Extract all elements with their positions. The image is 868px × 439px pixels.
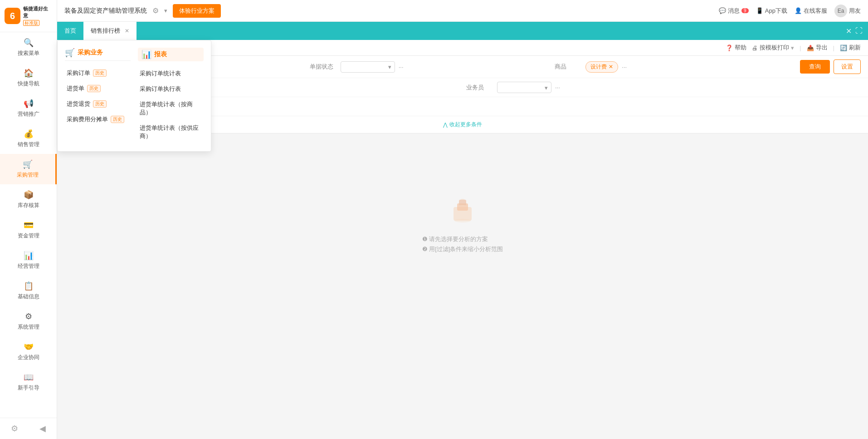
doc-status-select[interactable] xyxy=(341,61,395,73)
dropdown-item-purchase-order-exec[interactable]: 采购订单执行表 xyxy=(138,81,204,97)
tab-home[interactable]: 首页 xyxy=(57,22,83,40)
sidebar-item-search[interactable]: 🔍 搜索菜单 xyxy=(0,32,57,63)
sidebar-item-purchase[interactable]: 🛒 采购管理 xyxy=(0,154,57,184)
dropdown-item-stock-in-stats-supplier[interactable]: 进货单统计表（按供应商） xyxy=(138,120,204,144)
help-button[interactable]: ❓ 帮助 xyxy=(726,44,746,52)
salesman-select[interactable] xyxy=(497,82,551,93)
dropdown-item-purchase-order-stats[interactable]: 采购订单统计表 xyxy=(138,66,204,81)
salesman-ellipsis[interactable]: ··· xyxy=(555,84,560,91)
system-settings-icon[interactable]: ⚙ xyxy=(152,6,159,15)
system-title: 装备及固定资产辅助管理系统 xyxy=(64,7,147,15)
export-icon: 📤 xyxy=(807,44,814,51)
goods-label: 商品 xyxy=(555,63,582,71)
marketing-icon: 📢 xyxy=(24,99,34,109)
sidebar-item-system[interactable]: ⚙ 系统管理 xyxy=(0,306,57,336)
inventory-icon: 📦 xyxy=(24,190,34,200)
message-icon: 💬 xyxy=(719,7,726,14)
user-menu[interactable]: Ea 用友 xyxy=(834,5,861,17)
settings-button[interactable]: 设置 xyxy=(834,59,861,74)
sidebar-item-guide[interactable]: 📖 新手引导 xyxy=(0,367,57,397)
report-col: 📊 报表 采购订单统计表 采购订单执行表 进货单统计表（按商品） 进货单统计表（… xyxy=(138,48,204,144)
purchase-col-header: 🛒 采购业务 xyxy=(65,48,131,61)
doc-status-label: 单据状态 xyxy=(310,63,337,71)
header-left: 装备及固定资产辅助管理系统 ⚙ ▾ 体验行业方案 xyxy=(64,4,221,18)
tabbar-actions: ✕ ⛶ xyxy=(846,27,868,35)
service-icon: 👤 xyxy=(795,7,802,14)
online-service-button[interactable]: 👤 在线客服 xyxy=(795,7,827,15)
hist-badge-1: 历史 xyxy=(93,69,107,77)
doc-status-select-wrap[interactable] xyxy=(341,61,395,73)
empty-state: ❶ 请先选择要分析的方案 ❷ 用[过滤]条件来缩小分析范围 xyxy=(57,133,868,315)
messages-button[interactable]: 💬 消息 9 xyxy=(719,7,749,15)
enterprise-icon: 🤝 xyxy=(24,342,34,352)
filter-actions: 查询 设置 xyxy=(800,59,861,74)
tab-close-icon[interactable]: ✕ xyxy=(125,28,129,34)
print-dropdown-icon[interactable]: ▾ xyxy=(791,44,794,51)
sidebar-item-inventory[interactable]: 📦 库存核算 xyxy=(0,184,57,215)
help-icon: ❓ xyxy=(726,44,733,51)
purchase-col: 🛒 采购业务 采购订单 历史 进货单 历史 进货退货 历史 采购费用分摊单 历史 xyxy=(65,48,131,144)
refresh-button[interactable]: 🔄 刷新 xyxy=(840,44,861,52)
sidebar-item-enterprise[interactable]: 🤝 企业协同 xyxy=(0,336,57,367)
empty-tips: ❶ 请先选择要分析的方案 ❷ 用[过滤]条件来缩小分析范围 xyxy=(422,235,503,255)
tab-close-all-icon[interactable]: ✕ xyxy=(846,27,852,35)
messages-badge: 9 xyxy=(741,8,749,13)
sidebar-collapse-btn[interactable]: ◀ xyxy=(39,424,46,434)
logo-icon: 6 xyxy=(5,8,20,24)
hist-badge-2: 历史 xyxy=(87,85,101,92)
empty-illustration xyxy=(444,193,481,230)
svg-rect-3 xyxy=(459,200,466,205)
report-col-icon: 📊 xyxy=(141,49,151,59)
export-button[interactable]: 📤 导出 xyxy=(807,44,828,52)
sidebar-bottom: ⚙ ◀ xyxy=(0,418,57,439)
operations-icon: 📊 xyxy=(24,251,34,261)
app-download-icon: 📱 xyxy=(756,7,763,14)
tab-fullscreen-icon[interactable]: ⛶ xyxy=(855,27,863,35)
system-icon: ⚙ xyxy=(25,311,32,321)
hist-badge-3: 历史 xyxy=(93,100,107,108)
goods-chip-close-icon[interactable]: ✕ xyxy=(609,64,613,70)
collapse-filter-button[interactable]: ⋀ 收起更多条件 xyxy=(438,119,488,130)
header: 装备及固定资产辅助管理系统 ⚙ ▾ 体验行业方案 💬 消息 9 📱 App下载 … xyxy=(57,0,868,22)
sidebar-item-finance[interactable]: 💳 资金管理 xyxy=(0,215,57,245)
dropdown-arrow-icon[interactable]: ▾ xyxy=(164,7,167,14)
industry-button[interactable]: 体验行业方案 xyxy=(173,4,221,18)
doc-status-ellipsis[interactable]: ··· xyxy=(399,64,404,70)
sidebar-item-operations[interactable]: 📊 经营管理 xyxy=(0,245,57,276)
app-download-button[interactable]: 📱 App下载 xyxy=(756,7,787,15)
sidebar-settings-btn[interactable]: ⚙ xyxy=(11,424,18,434)
sidebar-item-marketing[interactable]: 📢 营销推广 xyxy=(0,93,57,123)
purchase-icon: 🛒 xyxy=(23,159,33,169)
print-icon: 🖨 xyxy=(752,44,758,51)
finance-icon: 💳 xyxy=(24,220,34,230)
sidebar-logo: 6 畅捷通好生意 标准版 xyxy=(0,0,57,32)
print-button[interactable]: 🖨 按模板打印 ▾ xyxy=(752,44,794,52)
home-icon: 🏠 xyxy=(24,68,34,78)
collapse-icon: ⋀ xyxy=(443,122,448,128)
dropdown-item-purchase-expense[interactable]: 采购费用分摊单 历史 xyxy=(65,112,131,127)
logo-text: 畅捷通好生意 标准版 xyxy=(23,5,52,26)
goods-chip[interactable]: 设计费 ✕ xyxy=(585,61,618,73)
sidebar-item-quick-nav[interactable]: 🏠 快捷导航 xyxy=(0,63,57,93)
hist-badge-4: 历史 xyxy=(111,116,124,123)
dropdown-item-stock-in[interactable]: 进货单 历史 xyxy=(65,81,131,96)
sidebar-item-sales[interactable]: 💰 销售管理 xyxy=(0,123,57,154)
salesman-label: 业务员 xyxy=(466,84,493,92)
search-icon: 🔍 xyxy=(24,38,34,48)
dropdown-item-stock-return[interactable]: 进货退货 历史 xyxy=(65,96,131,112)
query-button[interactable]: 查询 xyxy=(800,60,830,74)
sidebar-item-basic[interactable]: 📋 基础信息 xyxy=(0,276,57,306)
purchase-col-icon: 🛒 xyxy=(65,48,75,58)
sales-icon: 💰 xyxy=(24,129,34,139)
tab-sales-ranking[interactable]: 销售排行榜 ✕ xyxy=(83,22,137,40)
salesman-select-wrap[interactable] xyxy=(497,82,551,93)
dropdown-item-stock-in-stats-goods[interactable]: 进货单统计表（按商品） xyxy=(138,97,204,120)
refresh-icon: 🔄 xyxy=(840,44,847,51)
sidebar: 6 畅捷通好生意 标准版 🔍 搜索菜单 🏠 快捷导航 📢 营销推广 💰 销售管理… xyxy=(0,0,57,439)
sidebar-nav: 🔍 搜索菜单 🏠 快捷导航 📢 营销推广 💰 销售管理 🛒 采购管理 📦 库存核… xyxy=(0,32,57,418)
basic-icon: 📋 xyxy=(24,281,34,291)
goods-ellipsis[interactable]: ··· xyxy=(622,64,627,70)
report-col-header: 📊 报表 xyxy=(138,48,204,61)
dropdown-item-purchase-order[interactable]: 采购订单 历史 xyxy=(65,65,131,81)
svg-point-4 xyxy=(454,219,471,222)
